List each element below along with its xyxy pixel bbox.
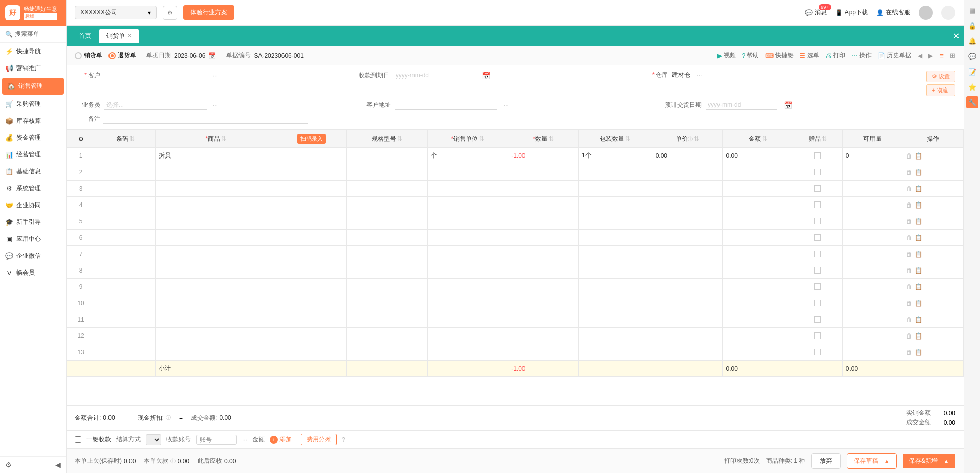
row-amount[interactable]	[723, 279, 793, 295]
bottom-settings-icon[interactable]: ⚙	[5, 461, 12, 469]
sidebar-item-collab[interactable]: 🤝 企业协同	[0, 197, 66, 214]
row-unit-price[interactable]: 0.00	[652, 148, 723, 164]
address-ellipsis[interactable]: ···	[504, 102, 509, 109]
row-spec[interactable]	[347, 230, 427, 246]
fee-split-button[interactable]: 费用分摊	[301, 434, 337, 445]
col-settings[interactable]: ⚙	[67, 130, 95, 148]
bottom-collapse-icon[interactable]: ◀	[55, 461, 61, 469]
row-unit-price[interactable]	[652, 295, 723, 311]
tabbar-close-icon[interactable]: ✕	[953, 31, 960, 41]
right-panel-icon-2[interactable]: 🔒	[966, 19, 978, 32]
row-barcode[interactable]	[95, 181, 156, 197]
row-unit-price[interactable]	[652, 213, 723, 230]
row-qty[interactable]	[508, 164, 579, 181]
row-unit-price[interactable]	[652, 230, 723, 246]
row-gift[interactable]	[793, 262, 842, 279]
company-selector[interactable]: XXXXXX公司 ▾	[75, 6, 157, 19]
view-list-icon[interactable]: ≡	[939, 51, 944, 60]
row-amount[interactable]	[723, 246, 793, 262]
row-qty[interactable]	[508, 344, 579, 361]
sidebar-item-finance[interactable]: 💰 资金管理	[0, 129, 66, 146]
row-barcode[interactable]	[95, 164, 156, 181]
row-qty[interactable]	[508, 262, 579, 279]
copy-icon[interactable]: 📋	[914, 185, 922, 192]
copy-icon[interactable]: 📋	[914, 267, 922, 274]
row-barcode[interactable]	[95, 213, 156, 230]
row-product[interactable]	[156, 295, 276, 311]
row-pkg-qty[interactable]	[578, 246, 652, 262]
help-btn[interactable]: ? 帮助	[742, 51, 759, 60]
payment-due-input[interactable]	[394, 71, 475, 80]
row-gift[interactable]	[793, 181, 842, 197]
customer-address-input[interactable]	[395, 100, 497, 110]
row-pkg-qty[interactable]	[578, 164, 652, 181]
row-gift[interactable]	[793, 344, 842, 361]
delete-icon[interactable]: 🗑	[906, 300, 912, 307]
delivery-cal-icon[interactable]: 📅	[783, 101, 792, 109]
tab-close-icon[interactable]: ×	[128, 32, 132, 39]
row-unit-price[interactable]	[652, 344, 723, 361]
online-service-button[interactable]: 👤 在线客服	[876, 8, 910, 17]
row-amount[interactable]	[723, 164, 793, 181]
delete-icon[interactable]: 🗑	[906, 251, 912, 258]
radio-sales[interactable]: 销货单	[75, 51, 102, 60]
row-product[interactable]: 拆员	[156, 148, 276, 164]
row-amount[interactable]	[723, 181, 793, 197]
save-new-chevron[interactable]: ▲	[940, 458, 949, 465]
save-draft-button[interactable]: 保存草稿 ▲	[847, 453, 897, 469]
copy-icon[interactable]: 📋	[914, 251, 922, 258]
row-unit[interactable]	[427, 295, 508, 311]
sidebar-item-guide[interactable]: 🎓 新手引导	[0, 214, 66, 231]
row-spec[interactable]	[347, 295, 427, 311]
row-product[interactable]	[156, 311, 276, 328]
row-amount[interactable]	[723, 262, 793, 279]
radio-return[interactable]: 退货单	[108, 51, 136, 60]
abandon-button[interactable]: 放弃	[811, 453, 841, 469]
video-btn[interactable]: ▶ 视频	[717, 51, 736, 60]
app-download-button[interactable]: 📱 App下载	[835, 8, 868, 17]
row-barcode[interactable]	[95, 262, 156, 279]
row-product[interactable]	[156, 164, 276, 181]
row-gift[interactable]	[793, 164, 842, 181]
account-ellipsis[interactable]: ···	[242, 436, 247, 443]
copy-icon[interactable]: 📋	[914, 316, 922, 323]
row-unit[interactable]	[427, 328, 508, 344]
delete-icon[interactable]: 🗑	[906, 169, 912, 176]
row-product[interactable]	[156, 279, 276, 295]
delete-icon[interactable]: 🗑	[906, 283, 912, 290]
row-unit[interactable]	[427, 213, 508, 230]
row-barcode[interactable]	[95, 344, 156, 361]
print-btn[interactable]: 🖨 打印	[825, 51, 845, 60]
row-gift[interactable]	[793, 311, 842, 328]
right-panel-icon-4[interactable]: 💬	[966, 50, 978, 62]
row-spec[interactable]	[347, 181, 427, 197]
delete-icon[interactable]: 🗑	[906, 152, 912, 160]
topbar-gear-button[interactable]: ⚙	[163, 6, 177, 20]
row-spec[interactable]	[347, 328, 427, 344]
expected-delivery-input[interactable]	[706, 100, 777, 110]
row-qty[interactable]	[508, 295, 579, 311]
row-unit[interactable]	[427, 246, 508, 262]
row-qty[interactable]	[508, 311, 579, 328]
remarks-input[interactable]	[103, 114, 308, 124]
right-panel-icon-7[interactable]: 🔧	[966, 96, 978, 108]
row-pkg-qty[interactable]	[578, 295, 652, 311]
sidebar-item-quick-nav[interactable]: ⚡ 快捷导航	[0, 43, 66, 60]
row-qty[interactable]	[508, 213, 579, 230]
row-unit[interactable]	[427, 344, 508, 361]
row-unit[interactable]	[427, 262, 508, 279]
row-spec[interactable]	[347, 164, 427, 181]
row-barcode[interactable]	[95, 295, 156, 311]
customer-ellipsis[interactable]: ···	[213, 72, 218, 79]
row-amount[interactable]	[723, 344, 793, 361]
row-gift[interactable]	[793, 197, 842, 213]
row-pkg-qty[interactable]	[578, 262, 652, 279]
row-amount[interactable]	[723, 197, 793, 213]
message-button[interactable]: 💬 消息 99+	[805, 8, 827, 17]
row-barcode[interactable]	[95, 230, 156, 246]
row-qty[interactable]	[508, 279, 579, 295]
one-click-checkbox[interactable]	[75, 436, 81, 443]
row-gift[interactable]	[793, 230, 842, 246]
delete-icon[interactable]: 🗑	[906, 201, 912, 209]
copy-icon[interactable]: 📋	[914, 349, 922, 356]
